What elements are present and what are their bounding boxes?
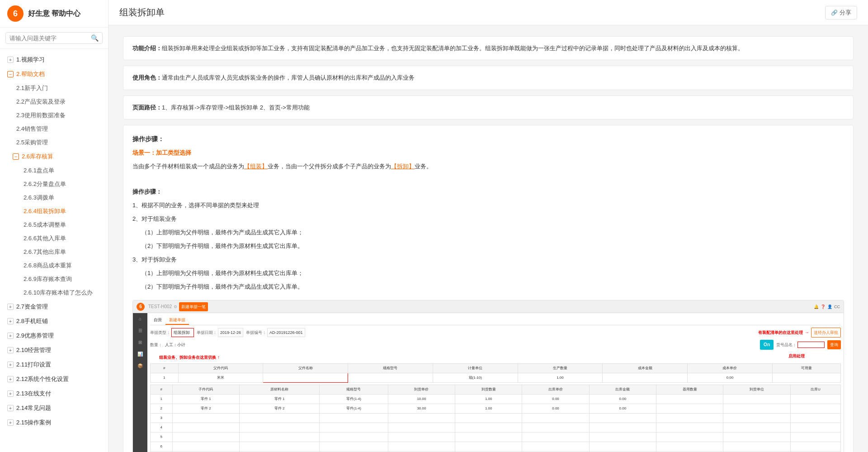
mock-type-value: 组装拆卸 — [171, 328, 194, 337]
sidebar: 6 好生意 帮助中心 🔍 + 1.视频学习 − 2.帮助文档 2.1新手入门 2… — [0, 0, 108, 452]
mock-date-label: 单据日期： — [197, 328, 217, 337]
mock-form-area: 自营 新建单据 单据类型： 组装拆卸 — [147, 313, 844, 452]
mock-app-sidebar: ⌂ ☰ ⊞ 📊 📦 — [133, 313, 147, 452]
sidebar-item-custom[interactable]: + 2.12系统个性化设置 — [0, 372, 108, 386]
share-icon: 🔗 — [831, 10, 838, 16]
mock-sidebar-grid-icon: ⊞ — [133, 337, 147, 348]
sidebar-item-video[interactable]: + 1.视频学习 — [0, 52, 108, 67]
expand-icon-case: + — [7, 419, 14, 426]
page-title: 组装拆卸单 — [119, 6, 165, 19]
mock-lower-row5: 5 — [151, 433, 841, 442]
mock-upper-cell-avail — [772, 373, 840, 383]
mock-annotation1-text: 有装配清单的在这里处理 — [758, 328, 803, 337]
mock-order-label: 单据编号： — [246, 328, 266, 337]
step3-sub1: （1）上部明细为父件明细，最终作为原材料生成其它出库单； — [132, 267, 844, 279]
mock-topbar-url: TEST-H002 — [148, 302, 172, 311]
mock-qty-label: 数量： — [150, 341, 162, 349]
ops-steps-heading: 操作步骤： — [132, 186, 844, 198]
mock-upper-cell-cost — [603, 373, 688, 383]
mock-search-label: 货号品名： — [776, 341, 797, 349]
sidebar-item-fund[interactable]: + 2.7资金管理 — [0, 300, 108, 314]
sidebar-item-faq[interactable]: + 2.14常见问题 — [0, 401, 108, 415]
sidebar-item-docs[interactable]: − 2.帮助文档 — [0, 67, 108, 81]
mock-lth-arrival-qty: 到货数量 — [455, 385, 522, 395]
intro-block: 功能介绍：组装拆卸单用来处理企业组装或拆卸等加工业务，支持有固定装配清单的产品加… — [123, 36, 854, 60]
mock-qty-value: 人工：小计 — [165, 341, 185, 349]
mock-th-parent-name: 父件名称 — [263, 364, 348, 373]
mock-search-field: 货号品名： — [776, 341, 825, 349]
expand-icon-fund: + — [7, 304, 14, 310]
sidebar-item-cost-calc[interactable]: 2.6.8商品成本重算 — [0, 259, 108, 272]
path-block: 页面路径：1、库存核算->库存管理->组装拆卸单 2、首页->常用功能 — [123, 95, 854, 119]
step2-sub2: （2）下部明细为子件明细，最终作为原材料生成其它出库单。 — [132, 240, 844, 252]
mock-lower-row4: 4 — [151, 423, 841, 433]
sidebar-item-purchase[interactable]: 2.5采购管理 — [0, 136, 108, 149]
mock-query-btn: 查询 — [827, 340, 841, 349]
mock-lth-spec: 规格型号 — [320, 385, 388, 395]
expand-icon-custom: + — [7, 376, 14, 382]
mock-search-input — [797, 342, 825, 348]
collapse-icon: − — [7, 71, 14, 77]
mock-type-label: 单据类型： — [150, 328, 170, 337]
mock-upper-cell-spec — [348, 373, 433, 383]
mock-lth-out-unit: 出库U — [790, 385, 840, 395]
mock-browser-topbar: 6 TEST-H002 ⚙ 新建单据一笔 🔔 ❓ 👤 CC — [133, 300, 844, 313]
search-icon[interactable]: 🔍 — [91, 34, 99, 42]
sidebar-item-coupon[interactable]: + 2.9优惠券管理 — [0, 328, 108, 343]
mock-lth-num: # — [151, 385, 173, 395]
role-text: 通常由生产人员或库管人员完成拆装业务的操作，库管人员确认原材料的出库和产成品的入… — [162, 74, 415, 81]
sidebar-item-other-in[interactable]: 2.6.6其他入库单 — [0, 232, 108, 245]
expand-icon-coupon: + — [7, 333, 14, 339]
content-area: 功能介绍：组装拆卸单用来处理企业组装或拆卸等加工业务，支持有固定装配清单的产品加… — [108, 25, 868, 452]
sidebar-item-assembly[interactable]: 2.6.4组装拆卸单 — [0, 205, 108, 218]
mock-help-icon: ❓ — [821, 303, 826, 311]
sidebar-item-error[interactable]: 2.6.10库存账本错了怎么办 — [0, 286, 108, 300]
scenario1-desc: 当由多个子件材料组装成一个成品的业务为【组装】业务，当由一个父件拆分成多个子产品… — [132, 161, 844, 172]
mock-th-cost-price: 成本单价 — [688, 364, 773, 373]
mock-app-content: ⌂ ☰ ⊞ 📊 📦 自营 新建单据 — [133, 313, 844, 452]
mock-lth-out-price: 出库单价 — [522, 385, 589, 395]
step2: 2、对于组装业务 — [132, 213, 844, 225]
share-button[interactable]: 🔗 分享 — [825, 6, 857, 19]
search-wrapper: 🔍 — [5, 32, 103, 44]
sidebar-item-case[interactable]: + 2.15操作案例 — [0, 415, 108, 430]
mock-upper-cell-cprice: 0.00 — [688, 373, 773, 383]
sidebar-item-sales[interactable]: 2.4销售管理 — [0, 122, 108, 136]
mock-th-parent-code: 父件代码 — [178, 364, 263, 373]
collapse-icon-inventory: − — [13, 153, 19, 160]
mock-tab-new: 新建单据 — [165, 316, 189, 325]
sidebar-item-ops[interactable]: + 2.10经营管理 — [0, 343, 108, 357]
mock-upper-cell-qty: 1.00 — [518, 373, 603, 383]
mock-lth-used-qty: 器用数量 — [656, 385, 723, 395]
sidebar-item-split-count[interactable]: 2.6.2分量盘点单 — [0, 177, 108, 191]
mock-sidebar-home-icon: ⌂ — [133, 313, 147, 325]
sidebar-item-transfer[interactable]: 2.6.3调拨单 — [0, 191, 108, 205]
sidebar-item-count[interactable]: 2.6.1盘点单 — [0, 164, 108, 177]
mock-lower-row3: 3 — [151, 414, 841, 423]
expand-icon-faq: + — [7, 405, 14, 411]
sidebar-item-newcomer[interactable]: 2.1新手入门 — [0, 81, 108, 95]
sidebar-header: 6 好生意 帮助中心 — [0, 0, 108, 28]
sidebar-item-payment[interactable]: + 2.13在线支付 — [0, 386, 108, 401]
sidebar-item-mobile[interactable]: + 2.8手机旺铺 — [0, 314, 108, 328]
mock-sidebar-list-icon: ☰ — [133, 325, 147, 337]
mock-lth-out-amt: 出库金额 — [589, 385, 656, 395]
mock-annotation3-text: 启用处理 — [788, 352, 805, 360]
sidebar-item-cost-adjust[interactable]: 2.6.5成本调整单 — [0, 218, 108, 232]
mock-upper-table: # 父件代码 父件名称 规格型号 计量单位 生产数量 成本金额 成本单价 可用量 — [150, 363, 841, 383]
sidebar-item-inventory[interactable]: − 2.6库存核算 — [0, 149, 108, 164]
sidebar-item-data-prep[interactable]: 2.3使用前数据准备 — [0, 109, 108, 122]
mock-order-value: AD-20191226-001 — [267, 328, 305, 337]
sidebar-item-other-out[interactable]: 2.6.7其他出库单 — [0, 245, 108, 259]
search-input[interactable] — [9, 35, 91, 42]
mock-topbar-icon1: ⚙ — [174, 303, 177, 311]
screenshot-container: 6 TEST-H002 ⚙ 新建单据一笔 🔔 ❓ 👤 CC — [132, 300, 844, 452]
on-badge: On — [760, 340, 774, 350]
mock-th-unit: 计量单位 — [433, 364, 518, 373]
sidebar-item-install[interactable]: 2.2产品安装及登录 — [0, 95, 108, 109]
sidebar-item-inv-check[interactable]: 2.6.9库存账本查询 — [0, 272, 108, 286]
sidebar-item-print[interactable]: + 2.11打印设置 — [0, 357, 108, 372]
mock-arrow1-icon: → — [805, 328, 809, 337]
mock-topbar-right: 🔔 ❓ 👤 CC — [814, 303, 840, 311]
mock-nav-tabs: 自营 新建单据 — [150, 316, 841, 325]
